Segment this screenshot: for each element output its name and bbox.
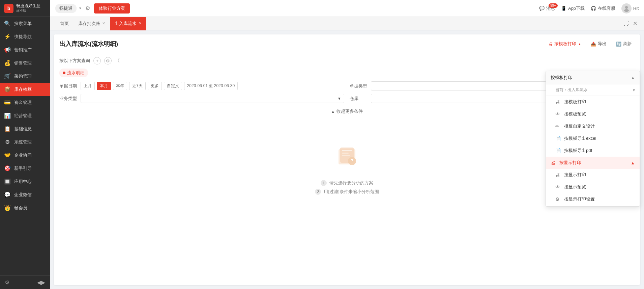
dropdown-item-label: 模板自定义设计 <box>564 123 595 129</box>
sidebar-nav: 🔍 搜索菜单 ⚡ 快捷导航 📢 营销推广 💰 销售管理 🛒 采购管理 📦 库存核… <box>0 17 50 275</box>
sidebar-item-purchase[interactable]: 🛒 采购管理 <box>0 70 50 83</box>
sidebar-item-operations[interactable]: 📊 经营管理 <box>0 109 50 122</box>
filter-add-btn[interactable]: ＋ <box>93 57 101 64</box>
sidebar-item-finance[interactable]: 💳 资金管理 <box>0 96 50 109</box>
marketing-icon: 📢 <box>4 47 11 53</box>
svg-rect-6 <box>342 155 350 156</box>
sidebar-item-label: 资金管理 <box>14 100 32 106</box>
enterprise-icon: 🤝 <box>4 152 11 158</box>
quick-nav-icon: ⚡ <box>4 33 11 40</box>
tab-maximize-btn[interactable]: ⛶ <box>622 19 630 28</box>
display-settings-icon: ⚙ <box>555 196 561 202</box>
date-btn-this-year[interactable]: 本年 <box>113 82 127 90</box>
sidebar-item-guide[interactable]: 🎯 新手引导 <box>0 162 50 175</box>
finance-icon: 💳 <box>4 99 11 106</box>
dropdown-item-template-custom[interactable]: ✏ 模板自定义设计 <box>546 120 640 132</box>
online-service-btn[interactable]: 🎧 在线客服 <box>591 5 615 11</box>
print-template-btn[interactable]: 🖨 按模板打印 ▲ <box>546 39 584 49</box>
dropdown-title: 按模板打印 <box>551 75 573 81</box>
tab-flow[interactable]: 出入库流水 ✕ <box>110 17 146 30</box>
message-btn[interactable]: 💬 消息 99+ <box>539 5 555 11</box>
sidebar-item-label: 库存核算 <box>14 86 32 93</box>
dropdown-item-label: 按显示预览 <box>564 184 586 190</box>
filter-tag[interactable]: 流水明细 <box>59 69 88 77</box>
dropdown-item-display-preview[interactable]: 👁 按显示预览 <box>546 181 640 193</box>
display-print-section-icon: 🖨 <box>551 160 557 165</box>
custom-icon: ✏ <box>555 124 561 129</box>
sidebar-item-system[interactable]: ⚙ 系统管理 <box>0 135 50 149</box>
dropdown-item-display-print-settings[interactable]: ⚙ 按显示打印设置 <box>546 193 640 205</box>
date-btn-custom[interactable]: 自定义 <box>164 82 182 90</box>
filter-date-item: 单据日期 上月 本月 本年 近7天 更多 自定义 2023-06-01 至 20… <box>59 82 344 90</box>
sidebar-item-label: 经营管理 <box>14 113 32 119</box>
footer-settings-icon[interactable]: ⚙ <box>5 279 9 286</box>
filter-business-select[interactable]: ▾ <box>81 94 344 103</box>
tabbar: 首页 库存批次账 ✕ 出入库流水 ✕ ⛶ ✕ <box>50 17 644 30</box>
sidebar-item-wechat[interactable]: 💬 企业微信 <box>0 188 50 201</box>
print-icon: 🖨 <box>548 42 553 47</box>
online-service-label: 在线客服 <box>598 5 615 11</box>
date-range-input[interactable]: 2023-06-01 至 2023-06-30 <box>184 82 238 90</box>
sidebar-item-label: 新手引导 <box>14 165 32 172</box>
filter-collapse-icon[interactable]: 《 <box>115 58 120 64</box>
tab-close-all-btn[interactable]: ✕ <box>632 19 639 28</box>
date-btn-last-month[interactable]: 上月 <box>81 82 95 90</box>
sidebar-item-marketing[interactable]: 📢 营销推广 <box>0 43 50 56</box>
industry-btn[interactable]: 体验行业方案 <box>94 3 130 14</box>
sidebar-item-member[interactable]: 👑 畅会员 <box>0 201 50 214</box>
pdf-icon: 📄 <box>555 148 561 153</box>
topbar-gear-icon[interactable]: ⚙ <box>85 5 90 11</box>
dropdown-item-template-pdf[interactable]: 📄 按模板导出pdf <box>546 144 640 157</box>
tab-home-label: 首页 <box>60 21 69 27</box>
export-btn[interactable]: 📤 导出 <box>588 39 609 49</box>
sidebar-item-apps[interactable]: 🔲 应用中心 <box>0 175 50 188</box>
search-icon: 🔍 <box>4 20 11 27</box>
sidebar-item-inventory[interactable]: 📦 库存核算 <box>0 83 50 96</box>
dropdown-item-template-print[interactable]: 🖨 按模板打印 <box>546 96 640 108</box>
dropdown-item-template-excel[interactable]: 📄 按模板导出excel <box>546 132 640 144</box>
dropdown-item-display-excel[interactable]: 📄 按显示导出excel <box>546 205 640 206</box>
filter-business-label: 业务类型 <box>59 96 78 102</box>
tab-flow-close[interactable]: ✕ <box>139 21 142 26</box>
topbar-right: 💬 消息 99+ 📱 App下载 🎧 在线客服 Rit <box>539 3 639 14</box>
filter-type-label: 单据类型 <box>350 83 368 89</box>
date-btn-more[interactable]: 更多 <box>148 82 162 90</box>
date-btn-7days[interactable]: 近7天 <box>129 82 146 90</box>
filter-business-item: 业务类型 ▾ <box>59 94 344 103</box>
username-display[interactable]: 畅捷通 <box>55 4 77 13</box>
avatar-area[interactable]: Rit <box>621 3 639 14</box>
sidebar-item-basic[interactable]: 📋 基础信息 <box>0 122 50 135</box>
dropdown-item-template-preview[interactable]: 👁 按模板预览 <box>546 108 640 120</box>
dropdown-item-display-print[interactable]: 🖨 按显示打印 <box>546 169 640 181</box>
dropdown-section-display[interactable]: 🖨 按显示打印 ▲ <box>546 157 640 169</box>
footer-toggle-icon[interactable]: ◀▶ <box>37 279 45 286</box>
dropdown-sub-arrow[interactable]: ▾ <box>633 88 635 93</box>
print-dropdown-panel: 按模板打印 ▲ 当前：出入库流水 ▾ 🖨 按模板打印 👁 按模板预览 ✏ <box>546 71 640 207</box>
sidebar-item-search[interactable]: 🔍 搜索菜单 <box>0 17 50 30</box>
sidebar-item-quick-nav[interactable]: ⚡ 快捷导航 <box>0 30 50 43</box>
sidebar-item-label: 畅会员 <box>14 205 27 211</box>
tab-batch-account-close[interactable]: ✕ <box>102 21 105 26</box>
tab-batch-account[interactable]: 库存批次账 ✕ <box>74 17 110 30</box>
export-icon: 📤 <box>591 42 596 47</box>
app-download-icon: 📱 <box>561 6 566 11</box>
sidebar-item-label: 营销推广 <box>14 47 32 53</box>
sidebar-item-sales[interactable]: 💰 销售管理 <box>0 56 50 70</box>
avatar-name: Rit <box>633 6 639 11</box>
dropdown-section-arrow[interactable]: ▲ <box>631 160 635 165</box>
print-dropdown-icon: ▲ <box>578 42 581 46</box>
date-btn-this-month[interactable]: 本月 <box>97 82 111 90</box>
app-download-btn[interactable]: 📱 App下载 <box>561 5 585 11</box>
sidebar-footer: ⚙ ◀▶ <box>0 275 50 289</box>
user-dropdown-icon[interactable]: ▾ <box>79 6 81 10</box>
refresh-btn[interactable]: 🔄 刷新 <box>613 39 635 49</box>
export-label: 导出 <box>598 41 607 47</box>
filter-warehouse-label: 仓库 <box>350 96 368 102</box>
tab-home[interactable]: 首页 <box>55 17 74 30</box>
sidebar-item-enterprise[interactable]: 🤝 企业协同 <box>0 149 50 162</box>
page-header-actions: 🖨 按模板打印 ▲ 📤 导出 🔄 刷新 <box>546 39 635 49</box>
print-template-label: 按模板打印 <box>554 41 576 47</box>
filter-settings-btn[interactable]: ⚙ <box>104 57 112 64</box>
dropdown-header-arrow[interactable]: ▲ <box>631 75 635 80</box>
dropdown-item-label: 按模板导出pdf <box>564 148 592 154</box>
